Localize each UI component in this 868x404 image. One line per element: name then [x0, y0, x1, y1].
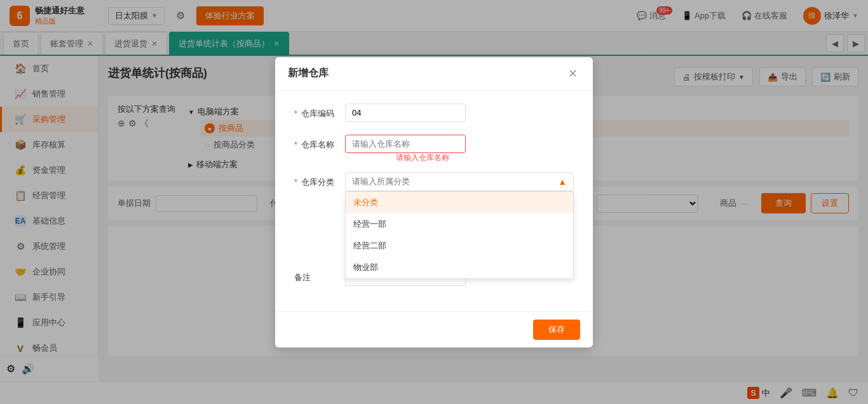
name-row: * 仓库名称 请输入仓库名称 [294, 135, 574, 153]
category-row: * 仓库分类 ▲ 未分类 经营一部 经营二部 物业部 [294, 172, 574, 191]
category-input[interactable] [352, 177, 558, 186]
new-warehouse-modal: 新增仓库 ✕ * 仓库编码 * 仓库名称 [275, 57, 593, 347]
modal-footer: 保存 [275, 311, 593, 347]
notes-label-wrap: 备注 [294, 267, 345, 283]
required-star-2: * [294, 140, 297, 149]
dropdown-item-property[interactable]: 物业部 [346, 257, 573, 278]
modal-overlay[interactable]: 新增仓库 ✕ * 仓库编码 * 仓库名称 [0, 0, 868, 404]
category-dropdown-menu: 未分类 经营一部 经营二部 物业部 [345, 191, 574, 279]
name-error-msg: 请输入仓库名称 [396, 152, 449, 163]
dropdown-item-dept2[interactable]: 经营二部 [346, 235, 573, 257]
required-star-3: * [294, 177, 297, 187]
notes-label: 备注 [294, 273, 311, 282]
save-button[interactable]: 保存 [533, 320, 580, 340]
code-label-wrap: * 仓库编码 [294, 104, 345, 119]
dropdown-item-dept1[interactable]: 经营一部 [346, 213, 573, 235]
code-row: * 仓库编码 [294, 104, 574, 122]
name-label: 仓库名称 [301, 140, 334, 149]
required-star: * [294, 109, 297, 118]
modal-header: 新增仓库 ✕ [275, 57, 593, 91]
dropdown-item-unclassified[interactable]: 未分类 [346, 192, 573, 213]
code-input[interactable] [345, 104, 466, 122]
name-label-wrap: * 仓库名称 [294, 135, 345, 151]
name-input[interactable] [345, 135, 466, 153]
dropdown-up-icon: ▲ [558, 177, 567, 187]
code-label: 仓库编码 [301, 109, 334, 118]
category-label: 仓库分类 [301, 177, 334, 187]
category-dropdown-trigger[interactable]: ▲ [345, 172, 574, 191]
category-field-wrap: ▲ 未分类 经营一部 经营二部 物业部 [345, 172, 574, 191]
modal-title: 新增仓库 [288, 67, 329, 80]
name-field-wrap: 请输入仓库名称 [345, 135, 574, 153]
modal-close-button[interactable]: ✕ [565, 66, 580, 81]
modal-body: * 仓库编码 * 仓库名称 请输入仓库名称 [275, 91, 593, 311]
category-label-wrap: * 仓库分类 [294, 172, 345, 188]
code-field-wrap [345, 104, 574, 122]
